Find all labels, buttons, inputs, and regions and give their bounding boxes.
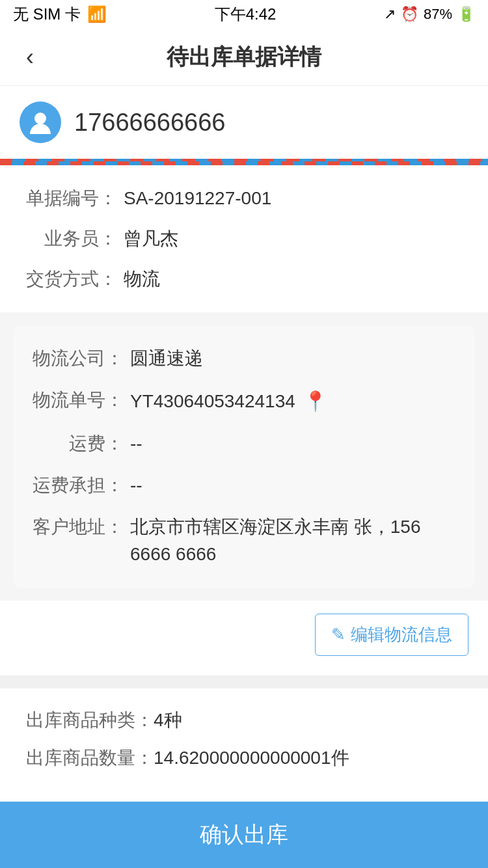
confirm-btn-label: 确认出库 <box>200 822 288 847</box>
customer-header: 17666666666 <box>0 86 488 161</box>
address-row: 客户地址： 北京市市辖区海淀区永丰南 张，156 6666 6666 <box>33 513 455 568</box>
battery-text: 87% <box>424 6 452 23</box>
salesperson-row: 业务员： 曾凡杰 <box>26 225 462 252</box>
goods-quantity-label: 出库商品数量： <box>26 746 154 770</box>
page-title: 待出库单据详情 <box>167 42 321 72</box>
logistics-tracking-label: 物流单号： <box>33 387 124 414</box>
delivery-value: 物流 <box>124 265 462 293</box>
svg-point-0 <box>34 113 46 124</box>
wifi-icon: 📶 <box>87 5 107 23</box>
logistics-tracking-value: YT43064053424134 📍 <box>130 387 455 416</box>
carrier-text: 无 SIM 卡 <box>13 4 81 25</box>
status-time: 下午4:42 <box>215 4 277 25</box>
customer-phone: 17666666666 <box>74 109 225 137</box>
goods-type-row: 出库商品种类： 4种 <box>26 708 462 733</box>
nav-bar: ‹ 待出库单据详情 <box>0 29 488 86</box>
logistics-card: 物流公司： 圆通速递 物流单号： YT43064053424134 📍 运费： … <box>13 325 475 588</box>
salesperson-value: 曾凡杰 <box>124 225 462 252</box>
edit-btn-label: 编辑物流信息 <box>351 623 452 646</box>
freight-bearer-label: 运费承担： <box>33 472 124 499</box>
goods-type-label: 出库商品种类： <box>26 708 154 733</box>
document-number-row: 单据编号： SA-20191227-001 <box>26 185 462 212</box>
address-label: 客户地址： <box>33 513 124 541</box>
salesperson-label: 业务员： <box>26 225 117 252</box>
edit-btn-container: ✎ 编辑物流信息 <box>0 601 488 675</box>
alarm-icon: ⏰ <box>401 6 418 23</box>
goods-quantity-row: 出库商品数量： 14.620000000000001件 <box>26 746 462 770</box>
edit-logistics-button[interactable]: ✎ 编辑物流信息 <box>315 614 468 656</box>
delivery-row: 交货方式： 物流 <box>26 265 462 293</box>
goods-type-value: 4种 <box>154 708 182 733</box>
freight-bearer-value: -- <box>130 472 455 499</box>
document-info-section: 单据编号： SA-20191227-001 业务员： 曾凡杰 交货方式： 物流 <box>0 165 488 312</box>
edit-icon: ✎ <box>331 625 346 645</box>
goods-quantity-value: 14.620000000000001件 <box>154 746 349 770</box>
person-icon <box>27 109 53 135</box>
freight-bearer-row: 运费承担： -- <box>33 472 455 499</box>
confirm-outbound-button[interactable]: 确认出库 <box>0 802 488 868</box>
status-bar: 无 SIM 卡 📶 下午4:42 ↗ ⏰ 87% 🔋 <box>0 0 488 29</box>
map-pin-icon[interactable]: 📍 <box>303 387 327 416</box>
delivery-label: 交货方式： <box>26 265 117 293</box>
freight-label: 运费： <box>33 430 124 457</box>
freight-row: 运费： -- <box>33 430 455 457</box>
avatar <box>20 102 61 143</box>
logistics-company-row: 物流公司： 圆通速递 <box>33 345 455 372</box>
status-left: 无 SIM 卡 📶 <box>13 4 107 25</box>
freight-value: -- <box>130 430 455 457</box>
logistics-company-value: 圆通速递 <box>130 345 455 372</box>
location-arrow-icon: ↗ <box>384 6 396 23</box>
logistics-company-label: 物流公司： <box>33 345 124 372</box>
back-button[interactable]: ‹ <box>20 37 40 77</box>
document-number-label: 单据编号： <box>26 185 117 212</box>
document-number-value: SA-20191227-001 <box>124 185 462 212</box>
battery-icon: 🔋 <box>457 6 475 23</box>
goods-section: 出库商品种类： 4种 出库商品数量： 14.620000000000001件 <box>0 688 488 790</box>
address-value: 北京市市辖区海淀区永丰南 张，156 6666 6666 <box>130 513 455 568</box>
status-right: ↗ ⏰ 87% 🔋 <box>384 6 475 23</box>
logistics-tracking-row: 物流单号： YT43064053424134 📍 <box>33 387 455 416</box>
section-divider <box>0 675 488 688</box>
